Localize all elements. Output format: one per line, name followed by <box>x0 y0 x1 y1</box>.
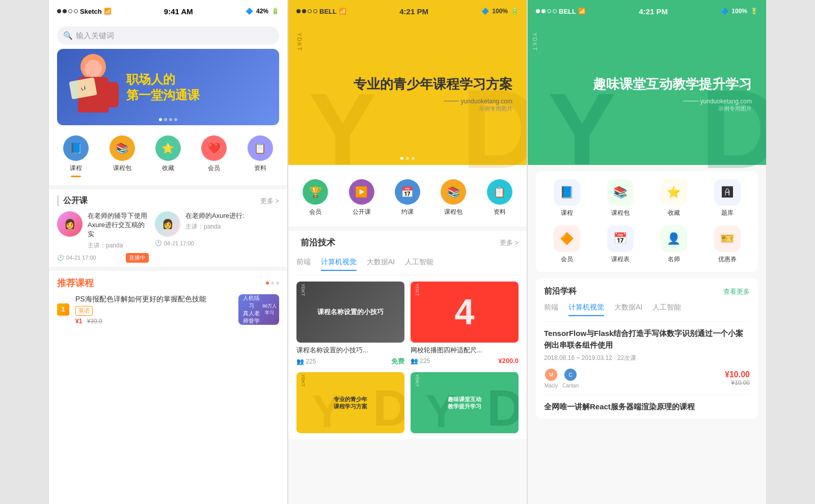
icon-item-teacher-3[interactable]: 👤 名师 <box>651 226 696 264</box>
banner-dots-2 <box>400 157 415 160</box>
divider-2 <box>49 267 287 271</box>
teacher-avatars: M Macly C Cantan <box>544 368 579 388</box>
category-item-resource[interactable]: 📋 资料 <box>248 135 273 177</box>
teacher-name-2: Cantan <box>562 383 579 388</box>
category-item-member[interactable]: ❤️ 会员 <box>201 135 227 177</box>
resource-icon: 📋 <box>248 135 273 161</box>
teacher-label-3: 名师 <box>668 255 680 264</box>
course-detail-card-2[interactable]: 全网唯一讲解React服务器端渲染原理的课程 <box>544 395 750 419</box>
signal-dot-empty <box>308 9 312 13</box>
bluetooth-icon-3: 🔷 <box>721 8 728 15</box>
banner-dot <box>169 118 172 121</box>
section-header-public: 公开课 更多 > <box>57 195 279 206</box>
coupon-icon-3: 🎫 <box>714 226 741 252</box>
resource-label-2: 资料 <box>494 208 506 216</box>
subject-tab-cv[interactable]: 计算机视觉 <box>568 303 604 316</box>
search-bar[interactable]: 🔍 输入关键词 <box>57 26 279 45</box>
signal-dot-we <box>553 9 557 13</box>
front-section: 前沿技术 更多 > 前端 计算机视觉 大数据AI 人工智能 <box>288 231 527 275</box>
course-time-2: 04-21 17:00 <box>164 240 194 246</box>
recommend-dot-active <box>266 282 269 285</box>
thumb-item-2[interactable]: 4 YDKT 网校轮播图四种适配尺... 👥 225 ¥200.0 <box>411 282 519 366</box>
category-item-package[interactable]: 📚 课程包 <box>110 135 135 177</box>
avatar-cantan: C <box>563 368 578 382</box>
thumb-item-4[interactable]: D Y YDKT 趣味课堂互动教学提升学习 <box>411 372 519 433</box>
avatar-macly: M <box>544 368 558 382</box>
course-card-2[interactable]: 👩 在老师的Axure进行: 主讲：panda 🕐 04-21 17:00 <box>155 211 247 263</box>
deco-d-4: D <box>487 372 519 433</box>
front-tabs: 前端 计算机视觉 大数据AI 人工智能 <box>296 254 519 275</box>
course-teacher-1: 主讲：panda <box>88 241 149 250</box>
tab-bigdata[interactable]: 大数据AI <box>367 258 395 271</box>
phone-1: Sketch 📶 9:41 AM 🔷 42% 🔋 🔍 输入关键词 <box>48 0 288 504</box>
tab-ai[interactable]: 人工智能 <box>405 258 433 271</box>
search-placeholder: 输入关键词 <box>76 31 114 41</box>
course-label-3: 课程 <box>561 209 573 217</box>
subject-tab-ai[interactable]: 人工智能 <box>653 303 681 316</box>
tab-cv[interactable]: 计算机视觉 <box>321 258 357 271</box>
signal-dot <box>302 9 306 13</box>
course-icon: 📘 <box>63 135 89 161</box>
tab-frontend[interactable]: 前端 <box>296 258 311 271</box>
category-item-favorites[interactable]: ⭐ 收藏 <box>155 135 181 177</box>
booking-label: 约课 <box>401 208 414 216</box>
hero-banner-1[interactable]: 📢 职场人的第一堂沟通课 <box>57 49 279 125</box>
teacher-avatar-1: 👩 <box>57 211 83 237</box>
banner-dot <box>164 118 167 121</box>
schedule-icon-3: 📅 <box>607 226 634 252</box>
status-bar-1: Sketch 📶 9:41 AM 🔷 42% 🔋 <box>49 0 287 22</box>
category-item-booking-2[interactable]: 📅 约课 <box>395 179 420 216</box>
banner-dot-active <box>159 118 162 121</box>
thumb-ydkt-4: YDKT <box>414 374 420 387</box>
resource-label: 资料 <box>254 164 266 173</box>
thumb-meta-1: 👥 225 免费 <box>296 357 404 366</box>
icon-item-member-3[interactable]: 🔶 会员 <box>544 226 589 264</box>
section-more-public[interactable]: 更多 > <box>260 197 279 206</box>
category-item-course[interactable]: 📘 课程 <box>63 135 89 177</box>
course-detail-meta-1: 2018.08.16 ~ 2019.03.12 · 22次课 <box>544 354 750 362</box>
course-meta-1: 🕐 04-21 17:00 直播中 <box>57 253 149 263</box>
subject-tab-bigdata[interactable]: 大数据AI <box>614 303 642 316</box>
status-time-3: 4:21 PM <box>639 7 668 16</box>
recommend-card-1[interactable]: 1 PS海报配色详解如何更好的掌握配色技能 英语 ¥1 ¥39.9 人机练习真人… <box>57 294 279 325</box>
signal-dots-2 <box>296 9 317 13</box>
status-left-2: BELL 📶 <box>296 8 346 15</box>
course-time-wrap-1: 🕐 04-21 17:00 <box>57 255 96 261</box>
thumb-item-1[interactable]: YDKT 课程名称设置的小技巧 课程名称设置的小技巧... 👥 225 免费 <box>296 282 404 366</box>
icon-item-coupon-3[interactable]: 🎫 优惠券 <box>704 226 750 264</box>
course-detail-card-1[interactable]: TensorFlow与Flask结合打造手写体数字识别通过一个小案例出串联各组件… <box>544 321 750 395</box>
section-more-front[interactable]: 更多 > <box>500 238 519 247</box>
banner-note-2: 示例专用图片 <box>354 105 512 113</box>
live-badge-1: 直播中 <box>126 253 149 263</box>
front-subject-more[interactable]: 查看更多 <box>723 287 750 296</box>
subject-tab-frontend[interactable]: 前端 <box>544 303 558 316</box>
icon-item-schedule-3[interactable]: 📅 课程表 <box>597 226 643 264</box>
signal-dot-empty <box>68 9 72 13</box>
banner-site-3: yunduoketang.com <box>593 98 752 105</box>
icon-item-favorites-3[interactable]: ⭐ 收藏 <box>651 179 696 217</box>
course-card-1[interactable]: 👩 在老师的辅导下使用Axure进行交互稿的实 主讲：panda 🕐 04-21… <box>57 211 149 263</box>
member-icon: ❤️ <box>201 135 227 161</box>
carrier-label: Sketch <box>80 8 102 15</box>
status-left-1: Sketch 📶 <box>57 8 112 15</box>
phone-2: BELL 📶 4:21 PM 🔷 100% 🔋 YDKT Y D 专业的青少年课… <box>288 0 527 504</box>
status-time-2: 4:21 PM <box>399 7 428 16</box>
thumb-item-3[interactable]: D Y YDKT 专业的青少年课程学习方案 <box>296 372 404 433</box>
thumb-meta-2: 👥 225 ¥200.0 <box>411 357 519 365</box>
clock-icon-1: 🕐 <box>57 255 64 261</box>
section-title-front: 前沿技术 <box>296 237 335 248</box>
carrier-label-2: BELL <box>319 8 337 15</box>
thumb-price-2: ¥200.0 <box>498 357 519 365</box>
signal-dot-empty <box>313 9 317 13</box>
thumb-img-2: 4 YDKT <box>411 282 519 343</box>
course-label: 课程 <box>70 164 82 173</box>
banner-dot-2 <box>412 157 415 160</box>
banner-headline-3: 趣味课堂互动教学提升学习 <box>593 75 752 93</box>
banner-dot <box>174 118 177 121</box>
banner-text-wrap-3: 趣味课堂互动教学提升学习 yunduoketang.com 示例专用图片 <box>593 75 756 112</box>
course-info-1: 在老师的辅导下使用Axure进行交互稿的实 主讲：panda <box>88 211 149 250</box>
course-meta-2: 🕐 04-21 17:00 <box>155 240 247 246</box>
course-time-wrap-2: 🕐 04-21 17:00 <box>155 240 194 246</box>
thumb-img-3: D Y YDKT 专业的青少年课程学习方案 <box>296 372 404 433</box>
section-title-public: 公开课 <box>57 195 88 206</box>
